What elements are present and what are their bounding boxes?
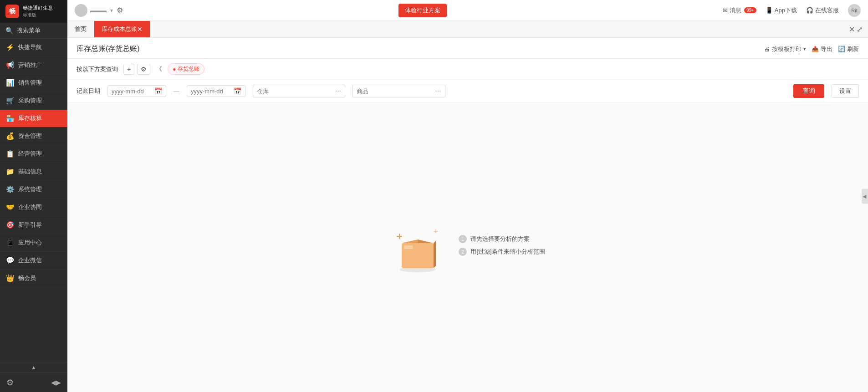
- topbar-user[interactable]: ▬▬▬: [75, 4, 107, 17]
- app-download-item[interactable]: 📱 App下载: [766, 6, 797, 15]
- svg-rect-5: [404, 245, 413, 249]
- chevron-down-icon[interactable]: ▾: [110, 7, 113, 14]
- date-separator: —: [174, 88, 179, 95]
- date-field-label: 记账日期: [77, 87, 100, 95]
- tab-close-all-button[interactable]: ✕: [849, 25, 855, 34]
- sidebar-item-purchase[interactable]: 🛒 采购管理: [0, 92, 67, 110]
- sidebar-item-sales[interactable]: 📊 销售管理: [0, 74, 67, 92]
- sidebar-item-operations[interactable]: 📋 经营管理: [0, 145, 67, 163]
- trial-button[interactable]: 体验行业方案: [398, 4, 447, 17]
- date-end-input[interactable]: 📅: [187, 85, 245, 97]
- topbar-settings-icon[interactable]: ⚙: [117, 6, 123, 15]
- sidebar-item-wechat[interactable]: 💬 企业微信: [0, 252, 67, 270]
- sales-icon: 📊: [5, 79, 15, 87]
- print-button[interactable]: 🖨 按模板打印 ▾: [764, 45, 806, 53]
- sidebar-item-inventory[interactable]: 🏪 库存核算: [0, 110, 67, 127]
- refresh-label: 刷新: [847, 45, 859, 53]
- tab-expand-button[interactable]: ⤢: [857, 25, 863, 34]
- sidebar-item-label: 快捷导航: [18, 43, 42, 51]
- sidebar-item-appstore[interactable]: 📱 应用中心: [0, 234, 67, 252]
- sidebar-item-system[interactable]: ⚙️ 系统管理: [0, 181, 67, 199]
- export-icon: 📤: [812, 46, 819, 52]
- empty-tip-2: 2 用[过滤]条件来缩小分析范围: [459, 248, 545, 256]
- scheme-icon: ●: [173, 66, 176, 72]
- sidebar-collapse-icon[interactable]: ◀▶: [51, 379, 61, 386]
- filter-collapse-button[interactable]: 《: [156, 65, 162, 73]
- goods-input[interactable]: [357, 88, 433, 95]
- user-avatar-top[interactable]: Rit: [848, 4, 861, 17]
- goods-more-icon[interactable]: ···: [435, 87, 441, 95]
- export-label: 导出: [821, 45, 832, 53]
- operations-icon: 📋: [5, 150, 15, 158]
- print-label: 按模板打印: [772, 45, 802, 53]
- appstore-icon: 📱: [5, 239, 15, 247]
- tab-inventory-cost[interactable]: 库存成本总账 ✕: [94, 21, 150, 37]
- goods-field[interactable]: ···: [352, 85, 445, 97]
- sidebar-item-shortcuts[interactable]: ⚡ 快捷导航: [0, 39, 67, 56]
- sidebar-logo: 畅 畅捷通好生意 标准版: [0, 0, 67, 23]
- warehouse-more-icon[interactable]: ···: [335, 87, 341, 95]
- filter-actions: + ⚙: [123, 64, 150, 75]
- app-name: 畅捷通好生意: [23, 5, 53, 11]
- member-icon: 👑: [5, 274, 15, 282]
- messages-item[interactable]: ✉ 消息 99+: [723, 6, 756, 15]
- date-start-field[interactable]: [112, 88, 153, 95]
- tip1-text: 请先选择要分析的方案: [470, 235, 530, 243]
- sidebar-item-basic[interactable]: 📁 基础信息: [0, 163, 67, 181]
- filter-scheme-tag[interactable]: ● 存货总账: [168, 63, 204, 75]
- sidebar-item-newbie[interactable]: 🎯 新手引导: [0, 216, 67, 234]
- sidebar-search[interactable]: 🔍 搜索菜单: [0, 23, 67, 39]
- sidebar-item-label: 畅会员: [18, 274, 36, 282]
- refresh-icon: 🔄: [838, 46, 845, 52]
- purchase-icon: 🛒: [5, 97, 15, 105]
- tab-home[interactable]: 首页: [67, 21, 94, 37]
- calendar-start-icon[interactable]: 📅: [154, 87, 162, 95]
- messages-label: 消息: [730, 6, 741, 15]
- sidebar: 畅 畅捷通好生意 标准版 🔍 搜索菜单 ⚡ 快捷导航 📢 营销推广 📊 销售管理…: [0, 0, 67, 392]
- refresh-button[interactable]: 🔄 刷新: [838, 45, 859, 53]
- query-button[interactable]: 查询: [793, 84, 824, 98]
- topbar-left: ▬▬▬ ▾ ⚙: [75, 4, 123, 17]
- warehouse-input[interactable]: [257, 88, 333, 95]
- sidebar-item-marketing[interactable]: 📢 营销推广: [0, 56, 67, 74]
- sidebar-bottom: ⚙ ◀▶: [0, 372, 67, 392]
- messages-badge: 99+: [744, 7, 756, 13]
- content-area: 1 请先选择要分析的方案 2 用[过滤]条件来缩小分析范围: [67, 103, 868, 392]
- date-end-field[interactable]: [191, 88, 232, 95]
- logo-icon: 畅: [5, 5, 19, 18]
- scroll-up-icon[interactable]: ▲: [31, 364, 36, 371]
- system-icon: ⚙️: [5, 185, 15, 193]
- page-title: 库存总账(存货总账): [77, 44, 140, 54]
- sidebar-item-label: 营销推广: [18, 61, 42, 69]
- basic-icon: 📁: [5, 168, 15, 176]
- topbar: ▬▬▬ ▾ ⚙ 体验行业方案 ✉ 消息 99+ 📱 App下载 🎧 在线客服 R…: [67, 0, 868, 21]
- sidebar-item-finance[interactable]: 💰 资金管理: [0, 127, 67, 145]
- scheme-label: 存货总账: [178, 65, 199, 73]
- page-header-actions: 🖨 按模板打印 ▾ 📤 导出 🔄 刷新: [764, 45, 859, 53]
- sidebar-item-enterprise[interactable]: 🤝 企业协同: [0, 199, 67, 216]
- sidebar-item-label: 基础信息: [18, 168, 42, 176]
- filter-settings-button[interactable]: ⚙: [137, 64, 150, 75]
- sidebar-item-member[interactable]: 👑 畅会员: [0, 270, 67, 287]
- tab-close-icon[interactable]: ✕: [137, 25, 143, 33]
- filter-add-button[interactable]: +: [123, 64, 134, 75]
- export-button[interactable]: 📤 导出: [812, 45, 832, 53]
- tip2-text: 用[过滤]条件来缩小分析范围: [470, 248, 545, 256]
- date-start-input[interactable]: 📅: [107, 85, 166, 97]
- tabs-right: ✕ ⤢: [849, 25, 868, 34]
- settings-button[interactable]: 设置: [832, 84, 859, 98]
- right-panel-tab[interactable]: ◀: [862, 188, 868, 204]
- sidebar-settings-icon[interactable]: ⚙: [6, 377, 14, 387]
- filter-bar: 按以下方案查询 + ⚙ 《 ● 存货总账: [67, 59, 868, 80]
- online-support-item[interactable]: 🎧 在线客服: [806, 6, 839, 15]
- sidebar-item-label: 新手引导: [18, 221, 42, 229]
- tip1-num: 1: [459, 235, 467, 243]
- sidebar-item-label: 库存核算: [18, 114, 42, 122]
- app-badge: 标准版: [23, 12, 53, 18]
- warehouse-field[interactable]: ···: [253, 85, 345, 97]
- svg-marker-2: [402, 239, 418, 243]
- calendar-end-icon[interactable]: 📅: [234, 87, 241, 95]
- query-row: 记账日期 📅 — 📅 ··· ··· 查询 设置: [67, 80, 868, 103]
- user-avatar-small: [75, 4, 87, 17]
- enterprise-icon: 🤝: [5, 203, 15, 211]
